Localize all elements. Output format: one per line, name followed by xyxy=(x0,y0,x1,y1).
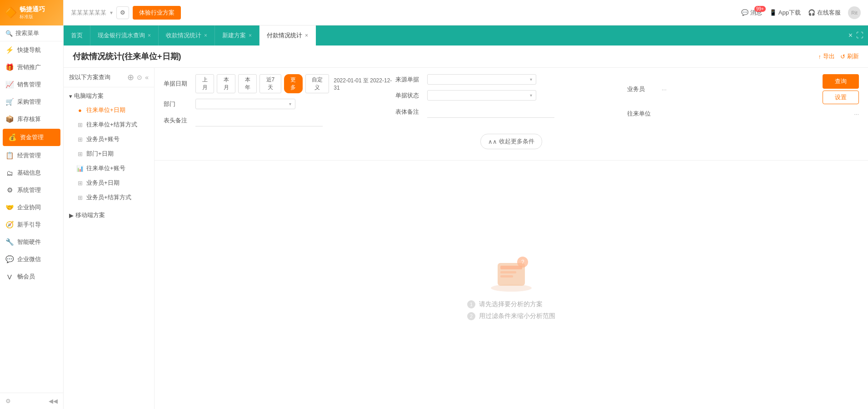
tabbar: 首页 现金银行流水查询 × 收款情况统计 × 新建方案 × 付款情况统计 × ×… xyxy=(64,25,868,45)
sidebar-item-guide[interactable]: 🧭 新手引导 xyxy=(0,216,63,233)
source-select-arrow-icon: ▾ xyxy=(530,77,532,82)
sidebar-item-quick-nav[interactable]: ⚡ 快捷导航 xyxy=(0,41,63,59)
svg-rect-4 xyxy=(500,275,513,278)
company-arrow-icon: ▾ xyxy=(110,10,113,16)
add-scheme-button[interactable]: ⊕ xyxy=(127,72,134,82)
mobile-scheme-section: ▶ 移动端方案 xyxy=(64,207,154,224)
svg-rect-2 xyxy=(500,266,522,269)
tab-cashflow[interactable]: 现金银行流水查询 × xyxy=(90,25,159,45)
main-area: 某某某某某某 ▾ ⚙ 体验行业方案 💬 消息 99+ 📱 App下载 🎧 在线客… xyxy=(64,0,868,409)
sidebar-item-cooperation[interactable]: 🤝 企业协同 xyxy=(0,199,63,216)
sidebar-item-sales[interactable]: 📈 销售管理 xyxy=(0,76,63,93)
refresh-button[interactable]: ↺ 刷新 xyxy=(840,52,859,61)
source-select[interactable]: ▾ xyxy=(427,74,536,85)
export-button[interactable]: ↑ 导出 xyxy=(818,52,835,61)
active-scheme-icon: ● xyxy=(76,106,84,114)
doc-status-select[interactable]: ▾ xyxy=(427,90,536,101)
collapse-more-button[interactable]: ∧∧ 收起更多条件 xyxy=(480,134,542,149)
collapse-icon: ∧∧ xyxy=(488,138,497,145)
scheme-item-staff-account[interactable]: ⊞ 业务员+账号 xyxy=(64,132,154,146)
sidebar-item-member[interactable]: V 畅会员 xyxy=(0,268,63,285)
app-download-button[interactable]: 📱 App下载 xyxy=(769,9,801,17)
source-filter-label: 来源单据 xyxy=(395,76,427,84)
sidebar-item-capital[interactable]: 💰 资金管理 xyxy=(3,129,60,146)
left-panel-title: 按以下方案查询 xyxy=(69,73,110,81)
scheme-config-button[interactable]: ⊙ xyxy=(137,74,142,81)
scheme-item-staff-date[interactable]: ⊞ 业务员+日期 xyxy=(64,176,154,190)
date-range-value: 2022-01-01 至 2022-12-31 xyxy=(334,77,395,91)
scheme-item-unit-date[interactable]: ● 往来单位+日期 xyxy=(64,103,154,117)
sidebar-item-hardware[interactable]: 🔧 智能硬件 xyxy=(0,233,63,251)
tab-new-scheme[interactable]: 新建方案 × xyxy=(215,25,259,45)
chevron-right-icon: ▶ xyxy=(69,212,74,219)
query-button-area: 查询 设置 xyxy=(823,74,859,104)
this-year-button[interactable]: 本年 xyxy=(238,74,257,93)
empty-illustration: ? xyxy=(484,249,539,295)
footer-collapse-icon[interactable]: ◀◀ xyxy=(49,398,58,404)
collapse-left-panel-button[interactable]: « xyxy=(145,74,149,81)
query-button[interactable]: 查询 xyxy=(823,74,859,89)
tab-receivable[interactable]: 收款情况统计 × xyxy=(159,25,215,45)
this-month-button[interactable]: 本月 xyxy=(217,74,235,93)
desktop-scheme-section: ▾ 电脑端方案 ● 往来单位+日期 ⊞ 往来单位+结算方式 ⊞ 业务员+账号 xyxy=(64,87,154,207)
inventory-icon: 📦 xyxy=(5,115,14,123)
scheme-item-staff-settle[interactable]: ⊞ 业务员+结算方式 xyxy=(64,190,154,205)
maximize-button[interactable]: ⛶ xyxy=(856,31,863,40)
footer-settings-icon[interactable]: ⚙ xyxy=(5,398,11,404)
online-service-button[interactable]: 🎧 在线客服 xyxy=(808,9,841,17)
trial-button[interactable]: 体验行业方案 xyxy=(133,6,181,20)
tabbar-actions: × ⛶ xyxy=(844,25,868,45)
scheme-item-unit-account[interactable]: 📊 往来单位+账号 xyxy=(64,161,154,176)
search-menu[interactable]: 🔍 搜索菜单 xyxy=(0,25,63,41)
dept-select[interactable]: ▾ xyxy=(195,99,295,109)
quick-nav-icon: ⚡ xyxy=(5,46,14,54)
sidebar-item-basic-info[interactable]: 🗂 基础信息 xyxy=(0,164,63,182)
tab-payment[interactable]: 付款情况统计 × xyxy=(259,25,316,45)
mobile-scheme-toggle[interactable]: ▶ 移动端方案 xyxy=(64,208,154,222)
svg-rect-3 xyxy=(500,271,516,273)
source-filter-section: 来源单据 ▾ 单据状态 ▾ xyxy=(395,74,627,118)
date-filter-label: 单据日期 xyxy=(164,80,195,88)
header-note-input[interactable] xyxy=(195,115,323,126)
basic-info-icon: 🗂 xyxy=(5,169,14,177)
tab-close-payment[interactable]: × xyxy=(305,32,308,39)
export-icon: ↑ xyxy=(818,53,822,60)
sidebar-nav: ⚡ 快捷导航 🎁 营销推广 📈 销售管理 🛒 采购管理 📦 库存核算 💰 资金管… xyxy=(0,41,63,393)
table-scheme-icon4: ⊞ xyxy=(76,179,84,187)
page-header: 付款情况统计(往来单位+日期) ↑ 导出 ↺ 刷新 xyxy=(64,45,868,68)
tab-close-cashflow[interactable]: × xyxy=(148,32,151,39)
sidebar-item-system[interactable]: ⚙ 系统管理 xyxy=(0,182,63,199)
body-note-input[interactable] xyxy=(427,106,554,118)
left-panel-action-buttons: ⊕ ⊙ « xyxy=(127,72,149,82)
more-date-button[interactable]: 更多 xyxy=(284,74,303,93)
sidebar-item-operations[interactable]: 📋 经营管理 xyxy=(0,147,63,164)
tab-close-receivable[interactable]: × xyxy=(204,32,207,39)
scheme-item-dept-date[interactable]: ⊞ 部门+日期 xyxy=(64,146,154,161)
message-button[interactable]: 💬 消息 99+ xyxy=(741,9,762,17)
table-scheme-icon3: ⊞ xyxy=(76,150,84,157)
app-name: 畅捷通巧 xyxy=(20,5,45,14)
dept-select-arrow-icon: ▾ xyxy=(289,101,291,106)
page-actions: ↑ 导出 ↺ 刷新 xyxy=(818,52,859,61)
related-unit-more-button[interactable]: ··· xyxy=(854,111,859,117)
scheme-item-unit-settle[interactable]: ⊞ 往来单位+结算方式 xyxy=(64,117,154,132)
tab-close-new-scheme[interactable]: × xyxy=(249,32,252,39)
sidebar-item-marketing[interactable]: 🎁 营销推广 xyxy=(0,59,63,76)
table-scheme-icon5: ⊞ xyxy=(76,194,84,201)
last-month-button[interactable]: 上月 xyxy=(195,74,214,93)
purchase-icon: 🛒 xyxy=(5,98,14,106)
staff-more-button[interactable]: ··· xyxy=(662,86,667,93)
message-badge: 99+ xyxy=(754,6,766,12)
tab-home[interactable]: 首页 xyxy=(64,25,90,45)
desktop-scheme-toggle[interactable]: ▾ 电脑端方案 xyxy=(64,89,154,103)
settings-small-button[interactable]: 设置 xyxy=(823,91,859,104)
sidebar-item-wechat[interactable]: 💬 企业微信 xyxy=(0,251,63,268)
refresh-icon: ↺ xyxy=(840,53,845,60)
custom-date-button[interactable]: 自定义 xyxy=(305,74,329,93)
sidebar-item-purchase[interactable]: 🛒 采购管理 xyxy=(0,93,63,111)
user-avatar[interactable]: Rit xyxy=(848,6,861,19)
sidebar-item-inventory[interactable]: 📦 库存核算 xyxy=(0,111,63,128)
close-all-tabs-button[interactable]: × xyxy=(848,31,853,40)
last-7-days-button[interactable]: 近7天 xyxy=(259,74,281,93)
topbar-settings-button[interactable]: ⚙ xyxy=(116,6,129,19)
